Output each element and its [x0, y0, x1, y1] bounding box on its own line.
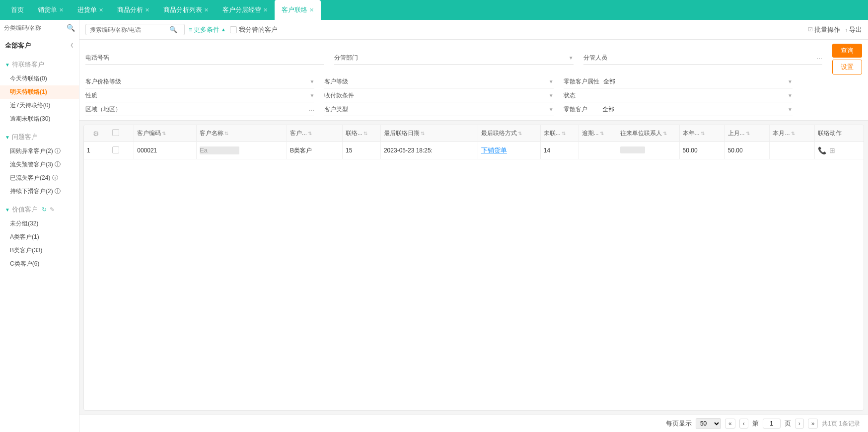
page-size-select[interactable]: 50 10 20 100	[696, 418, 721, 429]
sidebar-problem-toggle[interactable]: ▼	[5, 135, 10, 140]
col-header-last-month[interactable]: 上月...⇅	[724, 125, 770, 142]
batch-op-btn[interactable]: ☑ 批量操作	[808, 25, 840, 34]
page-number-input[interactable]	[763, 419, 781, 429]
filter-retail-select[interactable]: ▼	[617, 107, 793, 112]
sort-name-icon: ⇅	[224, 131, 228, 136]
next-page-btn[interactable]: ›	[795, 419, 804, 429]
nav-analysis-list[interactable]: 商品分析列表 ✕	[156, 0, 216, 20]
filter-customer-level-select[interactable]: ▼	[363, 79, 553, 84]
sidebar-value-toggle[interactable]: ▼	[5, 207, 10, 213]
nav-sales[interactable]: 销货单 ✕	[31, 0, 71, 20]
sidebar-item-churn-warning[interactable]: 流失预警客户(3) ⓘ	[0, 158, 79, 171]
first-page-btn[interactable]: «	[725, 419, 735, 429]
col-header-name[interactable]: 客户名称⇅	[197, 125, 287, 142]
filter-region-dots[interactable]: ···	[309, 106, 315, 114]
sidebar-all-customers-header[interactable]: 全部客户 《	[0, 38, 79, 53]
nav-customer-contact[interactable]: 客户联络 ✕	[275, 0, 321, 20]
filter-price-level-select[interactable]: ▼	[125, 79, 314, 84]
filter-payment-arrow: ▼	[549, 93, 554, 98]
sidebar-pending-toggle[interactable]: ▼	[5, 62, 10, 68]
col-header-type[interactable]: 客户...⇅	[287, 125, 343, 142]
nav-customer-contact-close[interactable]: ✕	[309, 7, 314, 13]
filter-person-dots[interactable]: ···	[816, 54, 822, 62]
col-header-uncontact[interactable]: 未联...⇅	[540, 125, 579, 142]
action-grid-icon[interactable]: ⊞	[829, 146, 835, 154]
export-btn[interactable]: ↑ 导出	[845, 25, 863, 34]
filter-nature-select[interactable]: ▼	[124, 93, 314, 98]
filter-retail-attr-arrow: ▼	[788, 79, 793, 84]
cell-overdue	[579, 142, 617, 159]
prev-page-btn[interactable]: ‹	[739, 419, 748, 429]
more-conditions-btn[interactable]: ≡ 更多条件 ▲	[189, 25, 226, 34]
sidebar-item-declining[interactable]: 持续下滑客户(2) ⓘ	[0, 185, 79, 198]
filter-row-1: 电话号码 分管部门 ▼ 分管人员 ···	[85, 44, 862, 74]
main-search-icon[interactable]: 🔍	[169, 26, 177, 33]
header-checkbox[interactable]	[112, 129, 119, 136]
sidebar-value-label: ▼ 价值客户 ↻ ✎	[0, 202, 79, 217]
nav-purchase-close[interactable]: ✕	[99, 7, 103, 13]
cell-unit-contact	[617, 142, 679, 159]
sidebar-item-b-class[interactable]: B类客户(33)	[0, 244, 79, 257]
sidebar-item-ungrouped[interactable]: 未分组(32)	[0, 217, 79, 230]
filter-customer-type-select[interactable]: ▼	[363, 107, 553, 112]
my-customers-check[interactable]	[230, 26, 237, 33]
sidebar-item-today[interactable]: 今天待联络(0)	[0, 72, 79, 85]
col-header-this-month[interactable]: 本月...⇅	[770, 125, 815, 142]
col-header-code[interactable]: 客户编码⇅	[134, 125, 197, 142]
nav-analysis-list-close[interactable]: ✕	[204, 7, 209, 13]
action-phone-icon[interactable]: 📞	[818, 146, 826, 154]
search-box: 🔍	[85, 24, 185, 35]
col-header-unit-contact[interactable]: 往来单位联系人⇅	[617, 125, 679, 142]
filter-status-select[interactable]: ▼	[602, 93, 793, 98]
sidebar-item-tomorrow[interactable]: 明天待联络(1)	[0, 85, 79, 99]
sidebar-search-icon[interactable]: 🔍	[67, 24, 75, 32]
set-button[interactable]: 设置	[832, 60, 862, 74]
table-settings-icon[interactable]: ⚙	[93, 130, 99, 138]
nav-purchase[interactable]: 进货单 ✕	[71, 0, 110, 20]
sidebar-item-c-class[interactable]: C类客户(6)	[0, 257, 79, 271]
last-way-link[interactable]: 下销货单	[481, 146, 507, 154]
col-header-last-date[interactable]: 最后联络日期⇅	[380, 125, 478, 142]
col-header-this-year[interactable]: 本年...⇅	[679, 125, 724, 142]
col-header-check[interactable]	[109, 125, 134, 142]
sidebar-search-input[interactable]	[4, 24, 67, 31]
col-header-last-way[interactable]: 最后联络方式⇅	[478, 125, 540, 142]
cell-last-way[interactable]: 下销货单	[478, 142, 540, 159]
sort-uncontact-icon: ⇅	[562, 131, 566, 136]
sidebar-item-repurchase-abnormal[interactable]: 回购异常客户(2) ⓘ	[0, 144, 79, 158]
nav-sales-close[interactable]: ✕	[59, 7, 64, 13]
filter-retail-arrow: ▼	[788, 107, 793, 112]
sidebar-value-edit[interactable]: ✎	[50, 206, 55, 213]
last-page-btn[interactable]: »	[808, 419, 818, 429]
col-header-contact[interactable]: 联络...⇅	[342, 125, 380, 142]
sidebar-item-7days[interactable]: 近7天待联络(0)	[0, 99, 79, 112]
row-checkbox[interactable]	[112, 146, 119, 153]
nav-customer-tier[interactable]: 客户分层经营 ✕	[216, 0, 275, 20]
nav-customer-tier-close[interactable]: ✕	[263, 7, 268, 13]
filter-payment-select[interactable]: ▼	[363, 93, 553, 98]
filter-phone-input[interactable]	[124, 55, 324, 62]
my-customers-checkbox[interactable]: 我分管的客户	[230, 25, 278, 34]
col-header-settings[interactable]: ⚙	[84, 125, 109, 142]
cell-check[interactable]	[109, 142, 134, 159]
sidebar-item-overdue[interactable]: 逾期未联络(30)	[0, 112, 79, 126]
filter-dept-select[interactable]: ▼	[373, 55, 573, 61]
sidebar-problem-label: ▼ 问题客户	[0, 130, 79, 144]
nav-home[interactable]: 首页	[4, 0, 31, 20]
col-header-overdue[interactable]: 逾期...⇅	[579, 125, 617, 142]
nav-analysis-close[interactable]: ✕	[145, 7, 149, 13]
sidebar-value-refresh[interactable]: ↻	[42, 206, 47, 213]
sort-last-date-icon: ⇅	[421, 131, 425, 136]
cell-this-year: 50.00	[679, 142, 724, 159]
sidebar-item-churned[interactable]: 已流失客户(24) ⓘ	[0, 171, 79, 185]
filter-region-select[interactable]: ···	[125, 106, 314, 114]
sort-this-year-icon: ⇅	[701, 131, 705, 136]
filter-person-select[interactable]: ···	[622, 54, 822, 62]
unit-contact-masked	[620, 146, 645, 153]
query-button[interactable]: 查询	[832, 44, 862, 58]
nav-analysis[interactable]: 商品分析 ✕	[110, 0, 156, 20]
main-search-input[interactable]	[90, 26, 169, 33]
sidebar-item-a-class[interactable]: A类客户(1)	[0, 230, 79, 244]
filter-status-arrow: ▼	[788, 93, 793, 98]
filter-retail-attr-select[interactable]: ▼	[618, 79, 793, 84]
